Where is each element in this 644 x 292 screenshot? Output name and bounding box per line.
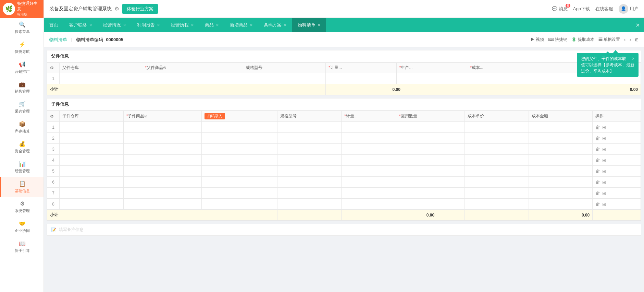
tab-close-8[interactable]: ✕ <box>318 23 321 27</box>
sidebar-item-营销推广[interactable]: 📢 营销推广 <box>0 58 44 78</box>
nav-next[interactable]: › <box>630 37 631 42</box>
child-unit-5[interactable] <box>342 177 396 188</box>
child-spec-5[interactable] <box>277 177 342 188</box>
sidebar-item-采购管理[interactable]: 🛒 采购管理 <box>0 97 44 117</box>
tab-close-5[interactable]: ✕ <box>216 23 219 27</box>
child-scan-1[interactable] <box>202 133 277 144</box>
child-warehouse-4[interactable] <box>60 166 124 177</box>
child-unit-cost-2[interactable] <box>465 144 529 155</box>
child-warehouse-2[interactable] <box>60 144 124 155</box>
delete-icon-3[interactable]: 🗑 <box>595 157 600 163</box>
sidebar-item-系统管理[interactable]: ⚙ 系统管理 <box>0 197 44 217</box>
child-unit-0[interactable] <box>342 122 396 133</box>
delete-icon-2[interactable]: 🗑 <box>595 147 600 152</box>
child-qty-3[interactable] <box>396 155 465 166</box>
nav-tab-4[interactable]: 经营历程✕ <box>165 18 199 32</box>
nav-tab-2[interactable]: 经营情况✕ <box>98 18 132 32</box>
child-qty-0[interactable] <box>396 122 465 133</box>
child-scan-7[interactable] <box>202 199 277 210</box>
child-qty-2[interactable] <box>396 144 465 155</box>
delete-icon-6[interactable]: 🗑 <box>595 190 600 196</box>
child-unit-cost-4[interactable] <box>465 166 529 177</box>
copy-icon-2[interactable]: ⊞ <box>602 147 606 152</box>
nav-tab-5[interactable]: 商品✕ <box>199 18 224 32</box>
tab-close-7[interactable]: ✕ <box>284 23 287 27</box>
child-unit-cost-3[interactable] <box>465 155 529 166</box>
copy-icon-4[interactable]: ⊞ <box>602 168 606 174</box>
sidebar-item-企业协同[interactable]: 🤝 企业协同 <box>0 217 44 237</box>
child-unit-1[interactable] <box>342 133 396 144</box>
child-warehouse-0[interactable] <box>60 122 124 133</box>
close-all-tabs[interactable]: ✕ <box>631 22 644 28</box>
video-btn[interactable]: ▶ 视频 <box>531 37 544 43</box>
note-placeholder[interactable]: 填写备注信息 <box>59 227 84 233</box>
child-warehouse-7[interactable] <box>60 199 124 210</box>
child-product-3[interactable] <box>123 155 202 166</box>
nav-tab-7[interactable]: 条码方案✕ <box>258 18 292 32</box>
sidebar-item-快捷导航[interactable]: ⚡ 快捷导航 <box>0 38 44 58</box>
nav-tab-3[interactable]: 利润报告✕ <box>132 18 165 32</box>
copy-icon-0[interactable]: ⊞ <box>602 125 606 130</box>
delete-icon-7[interactable]: 🗑 <box>595 201 600 207</box>
child-scan-5[interactable] <box>202 177 277 188</box>
child-product-4[interactable] <box>123 166 202 177</box>
parent-production-cell[interactable] <box>396 73 467 84</box>
child-qty-6[interactable] <box>396 188 465 199</box>
child-unit-2[interactable] <box>342 144 396 155</box>
nav-tab-6[interactable]: 新增商品✕ <box>224 18 258 32</box>
child-col-scan[interactable]: 扫码录入 <box>202 111 277 122</box>
child-unit-4[interactable] <box>342 166 396 177</box>
sidebar-item-资金管理[interactable]: 💰 资金管理 <box>0 137 44 157</box>
nav-tab-1[interactable]: 客户联络✕ <box>64 18 98 32</box>
tab-close-3[interactable]: ✕ <box>157 23 160 27</box>
delete-icon-1[interactable]: 🗑 <box>595 136 600 141</box>
user-btn[interactable]: 👤 用户 <box>619 4 639 14</box>
child-spec-2[interactable] <box>277 144 342 155</box>
grid-view-btn[interactable]: ⊞ <box>635 37 639 42</box>
scan-input-btn[interactable]: 扫码录入 <box>205 113 225 119</box>
sidebar-item-搜索菜单[interactable]: 🔍 搜索菜单 <box>0 18 44 38</box>
child-warehouse-1[interactable] <box>60 133 124 144</box>
copy-icon-1[interactable]: ⊞ <box>602 136 606 141</box>
child-qty-1[interactable] <box>396 133 465 144</box>
app-download-btn[interactable]: App下载 <box>573 6 590 12</box>
child-product-5[interactable] <box>123 177 202 188</box>
parent-warehouse-cell[interactable] <box>60 73 142 84</box>
shortcut-btn[interactable]: ⌨ 快捷键 <box>548 37 567 43</box>
child-warehouse-3[interactable] <box>60 155 124 166</box>
child-spec-7[interactable] <box>277 199 342 210</box>
child-unit-cost-7[interactable] <box>465 199 529 210</box>
child-warehouse-6[interactable] <box>60 188 124 199</box>
child-unit-cost-1[interactable] <box>465 133 529 144</box>
delete-icon-0[interactable]: 🗑 <box>595 125 600 130</box>
parent-product-cell[interactable] <box>142 73 243 84</box>
child-unit-3[interactable] <box>342 155 396 166</box>
trial-btn[interactable]: 体验行业方案 <box>122 4 158 14</box>
child-spec-6[interactable] <box>277 188 342 199</box>
child-product-0[interactable] <box>123 122 202 133</box>
sidebar-item-新手引导[interactable]: 📖 新手引导 <box>0 237 44 257</box>
child-scan-2[interactable] <box>202 144 277 155</box>
delete-icon-4[interactable]: 🗑 <box>595 168 600 174</box>
child-qty-4[interactable] <box>396 166 465 177</box>
tooltip-close-btn[interactable]: × <box>632 56 634 62</box>
parent-spec-cell[interactable] <box>243 73 326 84</box>
child-qty-5[interactable] <box>396 177 465 188</box>
child-scan-4[interactable] <box>202 166 277 177</box>
parent-unit-cell[interactable] <box>326 73 396 84</box>
sidebar-item-库存核算[interactable]: 📦 库存核算 <box>0 117 44 137</box>
online-service-btn[interactable]: 在线客服 <box>595 6 613 12</box>
doc-settings-btn[interactable]: ☰ 单据设置 <box>598 37 620 43</box>
breadcrumb-main[interactable]: 物料清单 <box>49 37 67 43</box>
nav-prev[interactable]: ‹ <box>624 37 626 42</box>
child-scan-3[interactable] <box>202 155 277 166</box>
child-scan-0[interactable] <box>202 122 277 133</box>
child-product-7[interactable] <box>123 199 202 210</box>
copy-icon-5[interactable]: ⊞ <box>602 179 606 185</box>
child-qty-7[interactable] <box>396 199 465 210</box>
sidebar-item-经营管理[interactable]: 📊 经营管理 <box>0 157 44 177</box>
nav-tab-8[interactable]: 物料清单✕ <box>292 18 326 32</box>
sidebar-item-销售管理[interactable]: 💼 销售管理 <box>0 78 44 97</box>
child-product-1[interactable] <box>123 133 202 144</box>
child-warehouse-5[interactable] <box>60 177 124 188</box>
